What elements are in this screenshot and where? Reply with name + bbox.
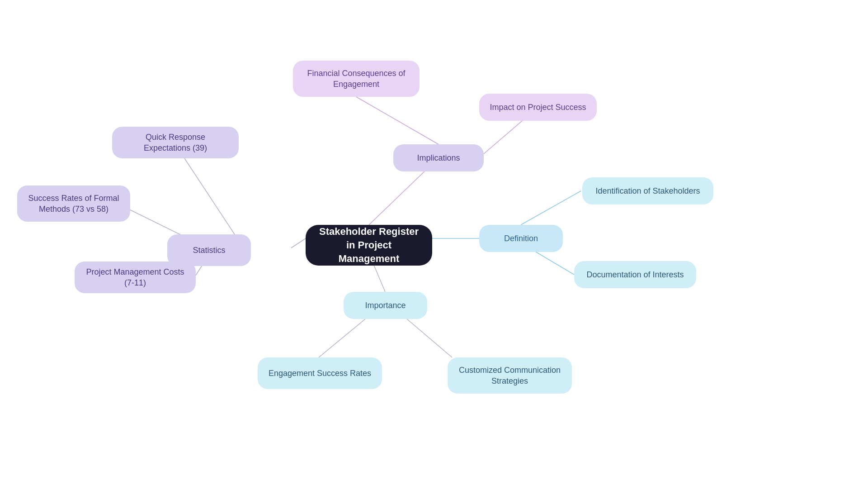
identification-node: Identification of Stakeholders <box>582 177 713 205</box>
impact-node: Impact on Project Success <box>479 94 597 121</box>
svg-line-12 <box>407 319 452 357</box>
implications-node: Implications <box>393 144 484 171</box>
quick-response-node: Quick Response Expectations (39) <box>112 127 239 158</box>
pm-costs-node: Project Management Costs (7-11) <box>75 262 196 293</box>
svg-line-11 <box>319 319 365 357</box>
svg-line-8 <box>521 191 581 225</box>
definition-node: Definition <box>479 225 563 252</box>
success-rates-node: Success Rates of Formal Methods (73 vs 5… <box>17 186 130 222</box>
importance-node: Importance <box>344 292 427 319</box>
financial-node: Financial Consequences of Engagement <box>293 61 420 97</box>
svg-line-3 <box>291 238 306 248</box>
engagement-success-node: Engagement Success Rates <box>258 357 382 389</box>
customized-comm-node: Customized Communication Strategies <box>448 357 572 394</box>
center-node: Stakeholder Register in Project Manageme… <box>306 225 432 266</box>
svg-line-1 <box>356 97 439 144</box>
doc-interests-node: Documentation of Interests <box>574 261 696 288</box>
